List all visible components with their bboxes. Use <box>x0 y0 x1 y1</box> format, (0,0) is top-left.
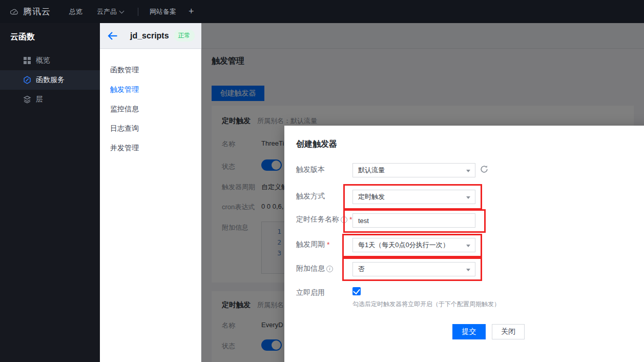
function-service-icon <box>23 76 31 84</box>
refresh-icon <box>480 165 489 174</box>
sidebar-item-label: 层 <box>36 95 43 104</box>
top-nav: 腾讯云 总览 云产品 网站备案 + <box>0 0 644 23</box>
close-button[interactable]: 关闭 <box>492 324 525 339</box>
app-window: 腾讯云 总览 云产品 网站备案 + 云函数 概览 函数服务 <box>0 0 644 362</box>
trigger-cycle-select[interactable]: 每1天（每天0点0分执行一次） <box>352 238 475 252</box>
trigger-method-select[interactable]: 定时触发 <box>352 190 475 204</box>
brand-logo[interactable]: 腾讯云 <box>10 6 51 17</box>
info-icon: i <box>326 266 333 272</box>
layers-icon <box>23 95 31 104</box>
info-icon: i <box>341 216 347 223</box>
label-text: 触发方式 <box>296 192 325 201</box>
nav-item-cloud-products[interactable]: 云产品 <box>97 7 123 16</box>
chevron-down-icon <box>466 269 470 271</box>
required-mark: * <box>327 240 329 249</box>
back-button[interactable] <box>108 30 119 42</box>
status-badge: 正常 <box>174 30 195 42</box>
submenu-item-monitoring[interactable]: 监控信息 <box>100 99 201 118</box>
field-label-trigger-method: 触发方式 <box>296 192 325 201</box>
enable-now-note: 勾选后定时触发器将立即开启（于下个配置周期触发） <box>352 300 500 309</box>
submenu-item-function-management[interactable]: 函数管理 <box>100 60 201 79</box>
label-text: 定时任务名称 <box>296 215 339 224</box>
submit-button[interactable]: 提交 <box>452 324 486 339</box>
chevron-down-icon <box>466 245 470 247</box>
chevron-down-icon <box>466 170 470 172</box>
sidebar-item-layers[interactable]: 层 <box>0 90 100 109</box>
submenu-item-log-query[interactable]: 日志查询 <box>100 118 201 138</box>
brand-name: 腾讯云 <box>23 6 51 17</box>
trigger-version-select[interactable]: 默认流量 <box>352 163 475 177</box>
sidebar-item-overview[interactable]: 概览 <box>0 51 100 70</box>
task-name-input[interactable] <box>352 213 475 228</box>
label-text: 触发周期 <box>296 240 325 249</box>
chevron-down-icon <box>466 196 470 199</box>
submenu-item-concurrency[interactable]: 并发管理 <box>100 138 201 157</box>
product-sidebar: 云函数 概览 函数服务 层 <box>0 23 100 362</box>
field-label-trigger-cycle: 触发周期 * <box>296 240 329 249</box>
submenu-item-trigger-management[interactable]: 触发管理 <box>100 79 201 99</box>
selected-value: 否 <box>358 265 365 273</box>
back-arrow-icon <box>108 31 118 41</box>
chevron-down-icon <box>119 8 124 13</box>
add-tab-button[interactable]: + <box>189 6 194 17</box>
sidebar-item-function-service[interactable]: 函数服务 <box>0 70 100 90</box>
nav-item-overview[interactable]: 总览 <box>69 7 82 16</box>
nav-item-website-record[interactable]: 网站备案 <box>150 7 176 16</box>
grid-icon <box>23 56 31 65</box>
field-label-extra-info: 附加信息 i <box>296 264 333 273</box>
nav-item-cloud-products-label: 云产品 <box>97 7 117 16</box>
field-label-trigger-version: 触发版本 <box>296 165 325 174</box>
label-text: 触发版本 <box>296 165 325 174</box>
enable-now-checkbox[interactable] <box>352 287 361 295</box>
field-label-enable-now: 立即启用 <box>296 288 325 297</box>
dialog-title: 创建触发器 <box>296 139 337 150</box>
nav-divider <box>138 8 138 16</box>
label-text: 附加信息 <box>296 264 325 273</box>
label-text: 立即启用 <box>296 288 325 297</box>
refresh-button[interactable] <box>480 165 490 175</box>
field-label-task-name: 定时任务名称 i * <box>296 215 352 224</box>
cloud-logo-icon <box>10 8 18 16</box>
selected-value: 每1天（每天0点0分执行一次） <box>358 241 449 249</box>
sidebar-item-label: 函数服务 <box>36 75 65 85</box>
sidebar-item-label: 概览 <box>36 56 50 65</box>
selected-value: 默认流量 <box>358 166 385 174</box>
selected-value: 定时触发 <box>358 193 385 200</box>
product-title: 云函数 <box>0 23 100 51</box>
create-trigger-dialog: 创建触发器 触发版本 默认流量 触发方式 定时触发 定时任务名称 i * <box>284 126 644 362</box>
function-submenu: 函数管理 触发管理 监控信息 日志查询 并发管理 <box>100 49 201 362</box>
function-name: jd_scripts <box>130 31 169 41</box>
required-mark: * <box>349 215 352 224</box>
extra-info-select[interactable]: 否 <box>352 262 475 276</box>
